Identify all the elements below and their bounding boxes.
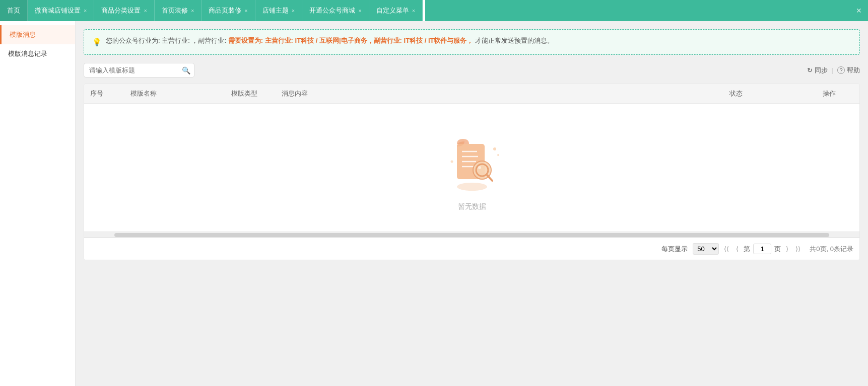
svg-point-11: [497, 154, 499, 156]
nav-tab-close[interactable]: ×: [84, 8, 87, 14]
pagination: 每页显示 50 10 20 100 ⟨⟨ ⟨ 第 页 ⟩ ⟩⟩ 共0页, 0条记…: [84, 238, 859, 260]
nav-tab-home[interactable]: 首页: [0, 0, 28, 21]
divider: |: [832, 66, 833, 74]
nav-tab-theme[interactable]: 店铺主题 ×: [255, 0, 302, 21]
prev-page-button[interactable]: ⟨: [734, 244, 741, 254]
help-icon: ?: [837, 66, 845, 74]
search-bar: 🔍 ↻ 同步 | ? 帮助: [84, 63, 860, 78]
nav-tab-close[interactable]: ×: [191, 8, 194, 14]
notice-highlight: 需要设置为: 主营行业: IT科技 / 互联网|电子商务，副营行业: IT科技 …: [228, 37, 474, 44]
col-status: 状态: [723, 84, 799, 103]
nav-tab-label: 商品分类设置: [101, 6, 141, 15]
table-header: 序号 模版名称 模版类型 消息内容 状态 操作: [84, 84, 859, 104]
search-input-wrap: 🔍: [84, 63, 194, 78]
last-page-button[interactable]: ⟩⟩: [793, 244, 803, 254]
total-info: 共0页, 0条记录: [810, 245, 853, 254]
current-page-input[interactable]: [753, 244, 771, 254]
help-button[interactable]: ? 帮助: [837, 66, 860, 75]
nav-tab-weshop[interactable]: 微商城店铺设置 ×: [28, 0, 94, 21]
scrollbar-track: [114, 233, 829, 237]
close-all-button[interactable]: ✕: [850, 7, 868, 15]
col-seq: 序号: [84, 84, 124, 103]
sync-icon: ↻: [807, 66, 813, 74]
page-prefix: 第: [744, 245, 750, 254]
nav-tab-close[interactable]: ×: [412, 8, 415, 14]
nav-tab-label: 首页装修: [162, 6, 188, 15]
svg-point-12: [450, 161, 453, 163]
svg-point-10: [493, 147, 496, 150]
nav-tab-close[interactable]: ×: [292, 8, 295, 14]
search-input[interactable]: [84, 63, 194, 78]
empty-text: 暂无数据: [458, 202, 486, 211]
notice-text: 您的公众号行业为: 主营行业: ，副营行业: 需要设置为: 主营行业: IT科技…: [106, 36, 554, 46]
nav-tab-wechatshop[interactable]: 开通公众号商城 ×: [302, 0, 369, 21]
page-size-select[interactable]: 50 10 20 100: [693, 243, 719, 255]
empty-icon: [442, 134, 502, 194]
notice-icon: 💡: [92, 36, 102, 48]
svg-point-0: [457, 183, 487, 191]
next-page-button[interactable]: ⟩: [784, 244, 790, 254]
search-button[interactable]: 🔍: [182, 66, 190, 74]
sidebar: 模版消息模版消息记录: [0, 21, 76, 386]
nav-tab-close[interactable]: ×: [244, 8, 247, 14]
nav-tab-label: 开通公众号商城: [309, 6, 355, 15]
nav-tab-label: 自定义菜单: [376, 6, 409, 15]
nav-tab-custommenu[interactable]: 自定义菜单 ×: [369, 0, 423, 21]
nav-tab-homepage[interactable]: 首页装修 ×: [155, 0, 202, 21]
nav-tab-label: 店铺主题: [262, 6, 289, 15]
search-left: 🔍: [84, 63, 194, 78]
nav-tab-category[interactable]: 商品分类设置 ×: [94, 0, 154, 21]
col-content: 消息内容: [276, 84, 723, 103]
nav-tab-label: 商品页装修: [209, 6, 241, 15]
nav-tab-close[interactable]: ×: [144, 8, 147, 14]
col-name: 模版名称: [124, 84, 225, 103]
page-size-label: 每页显示: [661, 245, 688, 254]
help-label: 帮助: [847, 66, 860, 75]
notice-banner: 💡 您的公众号行业为: 主营行业: ，副营行业: 需要设置为: 主营行业: IT…: [84, 29, 860, 55]
empty-state: 暂无数据: [84, 104, 859, 231]
svg-point-9: [478, 166, 481, 169]
sidebar-item-template-msg-record[interactable]: 模版消息记录: [0, 44, 75, 63]
first-page-button[interactable]: ⟨⟨: [722, 244, 731, 254]
nav-tab-templatemsg[interactable]: 公众号模版消息 ×: [423, 0, 425, 21]
page-suffix: 页: [774, 245, 781, 254]
sidebar-item-template-msg[interactable]: 模版消息: [0, 25, 75, 44]
data-table: 序号 模版名称 模版类型 消息内容 状态 操作: [84, 84, 860, 260]
top-nav: 首页微商城店铺设置 ×商品分类设置 ×首页装修 ×商品页装修 ×店铺主题 ×开通…: [0, 0, 868, 21]
notice-suffix: 才能正常发送预置的消息。: [475, 37, 554, 44]
nav-tab-close[interactable]: ×: [358, 8, 361, 14]
main-layout: 模版消息模版消息记录 💡 您的公众号行业为: 主营行业: ，副营行业: 需要设置…: [0, 21, 868, 386]
horizontal-scrollbar[interactable]: [84, 231, 859, 238]
nav-tab-productpage[interactable]: 商品页装修 ×: [202, 0, 255, 21]
col-type: 模版类型: [225, 84, 276, 103]
content-area: 💡 您的公众号行业为: 主营行业: ，副营行业: 需要设置为: 主营行业: IT…: [76, 21, 868, 386]
nav-tab-label: 首页: [7, 6, 20, 15]
col-action: 操作: [799, 84, 859, 103]
nav-tab-label: 微商城店铺设置: [35, 6, 81, 15]
sync-label: 同步: [815, 66, 828, 75]
sync-button[interactable]: ↻ 同步: [807, 66, 828, 75]
search-right: ↻ 同步 | ? 帮助: [807, 66, 860, 75]
notice-prefix: 您的公众号行业为: 主营行业: ，副营行业:: [106, 37, 228, 44]
